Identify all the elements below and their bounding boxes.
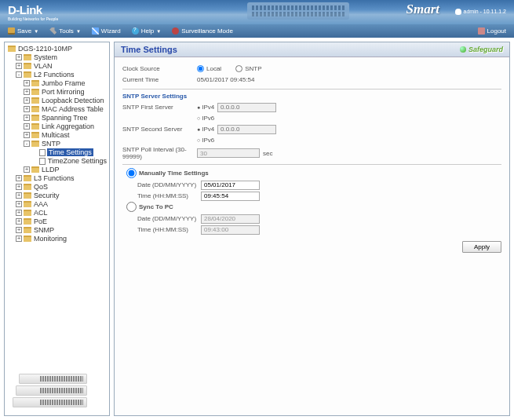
- tree-toggle-icon[interactable]: +: [16, 210, 22, 216]
- divider: [122, 164, 501, 165]
- sntp-poll-row: SNTP Poll Interval (30-99999) sec: [122, 146, 501, 160]
- tree-item-label: Monitoring: [33, 235, 67, 243]
- tree-item-security[interactable]: +Security: [6, 192, 108, 200]
- device-illustration: [13, 374, 87, 409]
- tree-item-multicast[interactable]: +Multicast: [6, 131, 108, 140]
- tree-toggle-icon[interactable]: +: [24, 115, 30, 121]
- tree-toggle-icon[interactable]: -: [24, 141, 30, 147]
- tree-item-aaa[interactable]: +AAA: [6, 200, 108, 209]
- tree-toggle-icon[interactable]: +: [16, 54, 22, 60]
- clock-source-label: Clock Source: [122, 65, 197, 72]
- doc-icon: [39, 149, 46, 156]
- menu-tools[interactable]: Tools▼: [49, 27, 81, 35]
- tree-toggle-icon[interactable]: +: [24, 132, 30, 138]
- disk-icon: [8, 27, 15, 35]
- manual-time-radio[interactable]: [126, 168, 137, 178]
- clock-source-sntp-label: SNTP: [245, 65, 261, 72]
- menu-surveillance[interactable]: Surveillance Mode: [172, 27, 233, 35]
- logo-subtitle: Building Networks for People: [8, 16, 58, 21]
- tree-toggle-icon[interactable]: +: [16, 184, 22, 190]
- tree-item-link-aggregation[interactable]: +Link Aggregation: [6, 122, 108, 131]
- tree-item-label: VLAN: [33, 62, 53, 70]
- tree-toggle-icon[interactable]: +: [16, 236, 22, 242]
- tree-item-qos[interactable]: +QoS: [6, 183, 108, 192]
- tree-item-timezone-settings[interactable]: TimeZone Settings: [6, 157, 108, 166]
- sync-pc-head[interactable]: Sync To PC: [126, 202, 501, 212]
- pc-date-row: Date (DD/MM/YYYY): [126, 214, 501, 224]
- doc-icon: [39, 158, 46, 165]
- manual-time-head[interactable]: Manually Time Settings: [126, 168, 501, 178]
- clock-source-sntp[interactable]: SNTP: [235, 65, 261, 72]
- tree-item-label: L3 Functions: [33, 174, 75, 182]
- tree-item-label: Multicast: [41, 131, 71, 139]
- pc-time-field-label: Time (HH:MM:SS): [126, 226, 201, 233]
- tree-toggle-icon[interactable]: +: [16, 192, 22, 199]
- apply-button[interactable]: Apply: [462, 241, 501, 253]
- tree-toggle-icon[interactable]: +: [24, 166, 30, 173]
- tree-root[interactable]: DGS-1210-10MP: [6, 45, 108, 53]
- tree-toggle-icon[interactable]: +: [24, 123, 30, 130]
- apply-row: Apply: [122, 241, 501, 253]
- tree-toggle-icon[interactable]: +: [16, 218, 22, 225]
- tree-item-port-mirroring[interactable]: +Port Mirroring: [6, 88, 108, 97]
- sntp-second-ipv6-radio[interactable]: IPv6: [197, 137, 215, 144]
- page-title: Time Settings: [121, 45, 177, 54]
- sync-pc-radio[interactable]: [126, 202, 137, 212]
- tree-toggle-icon[interactable]: +: [16, 201, 22, 207]
- sntp-first-ipv4-input[interactable]: [217, 103, 276, 112]
- tree-item-label: AAA: [33, 200, 49, 208]
- content: Clock Source Local SNTP Current Time 05/…: [115, 57, 509, 259]
- menu-save[interactable]: Save▼: [8, 27, 38, 35]
- clock-source-local[interactable]: Local: [197, 65, 221, 72]
- tree-item-poe[interactable]: +PoE: [6, 217, 108, 226]
- sntp-poll-input[interactable]: [197, 148, 260, 158]
- tree-item-spanning-tree[interactable]: +Spanning Tree: [6, 114, 108, 122]
- clock-source-sntp-radio[interactable]: [235, 65, 242, 72]
- clock-source-local-radio[interactable]: [197, 65, 204, 72]
- tree-toggle-icon[interactable]: +: [16, 175, 22, 181]
- sntp-second-ipv4-radio[interactable]: IPv4: [197, 126, 215, 133]
- folder-icon: [31, 141, 39, 147]
- sntp-first-ipv6-radio[interactable]: IPv6: [197, 115, 215, 122]
- tree-item-time-settings[interactable]: Time Settings: [6, 148, 108, 157]
- tree-toggle-icon[interactable]: +: [24, 106, 30, 112]
- pc-time-input[interactable]: [201, 225, 260, 235]
- tree-toggle-icon[interactable]: -: [16, 71, 22, 78]
- tree-toggle-icon[interactable]: +: [16, 227, 22, 233]
- tree-item-lldp[interactable]: +LLDP: [6, 166, 108, 174]
- tree-toggle-icon[interactable]: +: [24, 97, 30, 104]
- pc-date-label: Date (DD/MM/YYYY): [126, 215, 201, 222]
- tree-item-snmp[interactable]: +SNMP: [6, 226, 108, 235]
- tree-toggle-icon[interactable]: +: [16, 63, 22, 69]
- current-time-row: Current Time 05/01/2017 09:45:54: [122, 75, 501, 85]
- sntp-second-ipv4-input[interactable]: [217, 125, 276, 134]
- tree-item-sntp[interactable]: -SNTP: [6, 140, 108, 148]
- tree-item-acl[interactable]: +ACL: [6, 209, 108, 217]
- current-time-value: 05/01/2017 09:45:54: [197, 76, 254, 83]
- tree-item-mac-address-table[interactable]: +MAC Address Table: [6, 105, 108, 114]
- tree-item-l3-functions[interactable]: +L3 Functions: [6, 174, 108, 183]
- tree-toggle-icon[interactable]: +: [24, 89, 30, 95]
- dlink-logo: D-Link Building Networks for People: [8, 3, 58, 21]
- sntp-first-ipv4-radio[interactable]: IPv4: [197, 104, 215, 111]
- menu-help[interactable]: Help▼: [132, 27, 161, 35]
- tree-item-vlan[interactable]: +VLAN: [6, 62, 108, 71]
- menu-wizard[interactable]: Wizard: [92, 27, 121, 35]
- smart-logo: Smart: [406, 2, 439, 17]
- tree-item-l2-functions[interactable]: -L2 Functions: [6, 71, 108, 79]
- tree-toggle-icon[interactable]: +: [24, 80, 30, 86]
- folder-icon: [8, 46, 16, 52]
- tree-item-system[interactable]: +System: [6, 53, 108, 62]
- folder-icon: [31, 123, 39, 130]
- menu-logout[interactable]: Logout: [478, 27, 506, 35]
- folder-icon: [24, 227, 31, 233]
- folder-icon: [24, 184, 31, 190]
- manual-time-label: Manually Time Settings: [139, 170, 209, 177]
- pc-date-input[interactable]: [201, 214, 260, 224]
- tree-item-label: SNMP: [33, 226, 55, 234]
- tree-item-jumbo-frame[interactable]: +Jumbo Frame: [6, 79, 108, 88]
- tree-item-monitoring[interactable]: +Monitoring: [6, 235, 108, 243]
- tree-item-loopback-detection[interactable]: +Loopback Detection: [6, 97, 108, 105]
- manual-date-input[interactable]: [201, 181, 260, 190]
- manual-time-input[interactable]: [201, 192, 260, 201]
